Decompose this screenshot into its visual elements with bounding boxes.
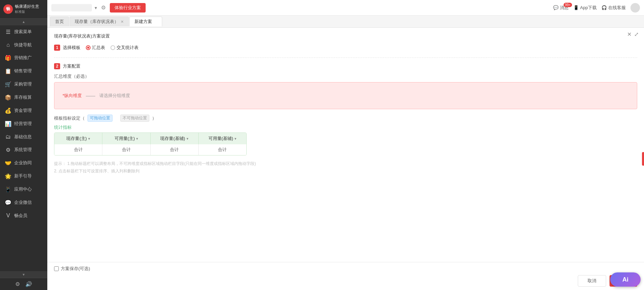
col1-header[interactable]: 现存量(主) ▾ (54, 133, 102, 144)
main-area: ▾ ⚙ 体验行业方案 💬 消息 99+ 📱 App下载 🎧 在线客服 首页 (47, 0, 644, 290)
section-scheme-config: 2 方案配置 汇总维度（必选） *纵向维度 —— 请选择分组维度 模板指标设定（… (54, 63, 637, 175)
section-choose-template: 1 选择模板 汇总表 交叉统计表 (54, 45, 637, 51)
sidebar-item-finance[interactable]: 💰 资金管理 (0, 104, 47, 117)
tab-inventory[interactable]: 现存量（库存状况表） ✕ (70, 17, 129, 26)
radio-crosstab[interactable]: 交叉统计表 (110, 45, 139, 51)
dimension-box[interactable]: *纵向维度 —— 请选择分组维度 (54, 82, 637, 109)
tab-home[interactable]: 首页 (50, 17, 69, 26)
sidebar-item-inventory[interactable]: 📦 库存核算 (0, 91, 47, 104)
user-avatar[interactable] (630, 3, 640, 13)
tab-new-scheme-close[interactable]: ✕ (154, 20, 157, 24)
sidebar-item-appstore[interactable]: 📱 应用中心 (0, 183, 47, 196)
footer-save: 方案保存(可选) (54, 266, 637, 272)
radio-summary[interactable]: 汇总表 (86, 45, 105, 51)
tab-inventory-close[interactable]: ✕ (121, 20, 124, 24)
col2-header[interactable]: 可用量(主) ▾ (102, 133, 150, 144)
search-input[interactable] (51, 4, 92, 11)
search-menu-icon: ☰ (5, 29, 11, 35)
content-actions: ✕ ⤢ (627, 31, 639, 38)
logo-text: 畅康通好生意 标准版 (15, 4, 39, 14)
col3-body: 合计 (151, 144, 199, 155)
content-area: ✕ ⤢ 现存量(库存状况表)方案设置 1 选择模板 汇总表 (47, 28, 644, 262)
sidebar-item-wechat[interactable]: 💬 企业微信 (0, 196, 47, 209)
sidebar-scroll-up[interactable]: ▲ (0, 19, 47, 25)
gift-icon: 🎁 (5, 55, 11, 61)
col1-chevron[interactable]: ▾ (88, 137, 90, 141)
sidebar-bottom: ⚙ 🔊 (0, 278, 47, 290)
topbar: ▾ ⚙ 体验行业方案 💬 消息 99+ 📱 App下载 🎧 在线客服 (47, 0, 644, 16)
sidebar-logo: 畅 畅康通好生意 标准版 (0, 0, 47, 19)
system-icon: ⚙ (5, 147, 11, 153)
section1-header: 1 选择模板 汇总表 交叉统计表 (54, 45, 637, 51)
wechat-icon: 💬 (5, 199, 11, 206)
sidebar-nav: ☰ 搜索菜单 ⌂ 快捷导航 🎁 营销推广 📋 销售管理 🛒 采购管理 📦 库存核… (0, 25, 47, 271)
stats-title: 统计指标 (54, 124, 637, 130)
metrics-section: 模板指标设定（ 可拖动位置 不可拖动位置 ） 统计指标 现存量(主) ▾ (54, 115, 637, 175)
sidebar-item-system[interactable]: ⚙ 系统管理 (0, 143, 47, 156)
section1-title: 选择模板 (63, 45, 80, 51)
vip-icon: V (5, 213, 11, 219)
appstore-icon: 📱 (5, 186, 11, 193)
sidebar-item-search[interactable]: ☰ 搜索菜单 (0, 25, 47, 39)
metrics-label: 模板指标设定（ 可拖动位置 不可拖动位置 ） (54, 115, 637, 122)
tab-new-scheme[interactable]: 新建方案 ✕ (129, 17, 162, 26)
message-badge: 99+ (564, 3, 572, 7)
app-download-button[interactable]: 📱 App下载 (573, 5, 597, 11)
col1-body: 合计 (54, 144, 102, 155)
hint-text-2: 2. 点击标题栏下拉可设置排序、插入列和删除列 (54, 168, 637, 175)
dimension-required-text: *纵向维度 (63, 93, 82, 99)
finance-icon: 💰 (5, 107, 11, 114)
expand-panel-button[interactable]: ⤢ (634, 31, 639, 38)
newbie-icon: 🌟 (5, 173, 11, 179)
phone-icon: 📱 (573, 5, 579, 10)
sidebar-item-basic[interactable]: 🗂 基础信息 (0, 130, 47, 143)
sidebar-item-newbie[interactable]: 🌟 新手引导 (0, 170, 47, 183)
search-dropdown-icon[interactable]: ▾ (95, 5, 97, 10)
col2-chevron[interactable]: ▾ (136, 137, 138, 141)
unmovable-badge: 不可拖动位置 (120, 115, 149, 122)
sidebar-item-marketing[interactable]: 🎁 营销推广 (0, 51, 47, 65)
sound-icon[interactable]: 🔊 (25, 281, 32, 287)
ai-bubble[interactable]: Ai (610, 272, 641, 287)
stats-table-body: 合计 合计 合计 合计 (54, 144, 246, 155)
settings-icon[interactable]: ⚙ (15, 281, 20, 287)
section1-num: 1 (54, 45, 60, 51)
template-radio-group: 汇总表 交叉统计表 (86, 45, 139, 51)
dimension-arrow: —— (86, 93, 95, 98)
sidebar-scroll-down[interactable]: ▼ (0, 271, 47, 278)
sidebar-item-vip[interactable]: V 畅会员 (0, 209, 47, 222)
sidebar-item-quicknav[interactable]: ⌂ 快捷导航 (0, 39, 47, 51)
hint-text-1: 提示： 1.拖动标题栏可以调整布局，不可跨维度或指标区域拖动栏目字段(只能在同一… (54, 160, 637, 168)
close-panel-button[interactable]: ✕ (627, 31, 631, 38)
col4-header[interactable]: 可用量(基辅) ▾ (199, 133, 246, 144)
movable-badge: 可拖动位置 (88, 115, 113, 122)
col3-chevron[interactable]: ▾ (187, 137, 189, 141)
management-icon: 📊 (5, 121, 11, 127)
sidebar-item-management[interactable]: 📊 经营管理 (0, 117, 47, 130)
col4-body: 合计 (199, 144, 246, 155)
message-button[interactable]: 💬 消息 99+ (553, 5, 569, 11)
col3-header[interactable]: 现存量(基辅) ▾ (151, 133, 199, 144)
sidebar-item-corp[interactable]: 🤝 企业协同 (0, 156, 47, 170)
section2-num: 2 (54, 63, 60, 69)
cancel-button[interactable]: 取消 (578, 275, 606, 287)
sidebar-item-purchase[interactable]: 🛒 采购管理 (0, 78, 47, 91)
radio-summary-dot (86, 45, 91, 50)
dimension-placeholder: 请选择分组维度 (99, 93, 130, 99)
col4-chevron[interactable]: ▾ (234, 137, 237, 141)
page-title: 现存量(库存状况表)方案设置 (54, 33, 637, 39)
online-service-button[interactable]: 🎧 在线客服 (601, 5, 626, 11)
aggregate-label: 汇总维度（必选） (54, 73, 637, 79)
section2-header: 2 方案配置 (54, 63, 637, 69)
topbar-right: 💬 消息 99+ 📱 App下载 🎧 在线客服 (553, 3, 640, 13)
section2-title: 方案配置 (63, 63, 80, 69)
sidebar-item-sales[interactable]: 📋 销售管理 (0, 65, 47, 78)
trial-button[interactable]: 体验行业方案 (110, 3, 146, 13)
save-checkbox[interactable] (54, 266, 59, 271)
right-edge-handle[interactable] (642, 152, 644, 166)
settings-gear-icon[interactable]: ⚙ (101, 4, 106, 11)
radio-crosstab-dot (110, 45, 115, 50)
footer-area: 方案保存(可选) 取消 查询 (47, 262, 644, 290)
sidebar: 畅 畅康通好生意 标准版 ▲ ☰ 搜索菜单 ⌂ 快捷导航 🎁 营销推广 📋 销售… (0, 0, 47, 290)
home-icon: ⌂ (5, 42, 11, 48)
